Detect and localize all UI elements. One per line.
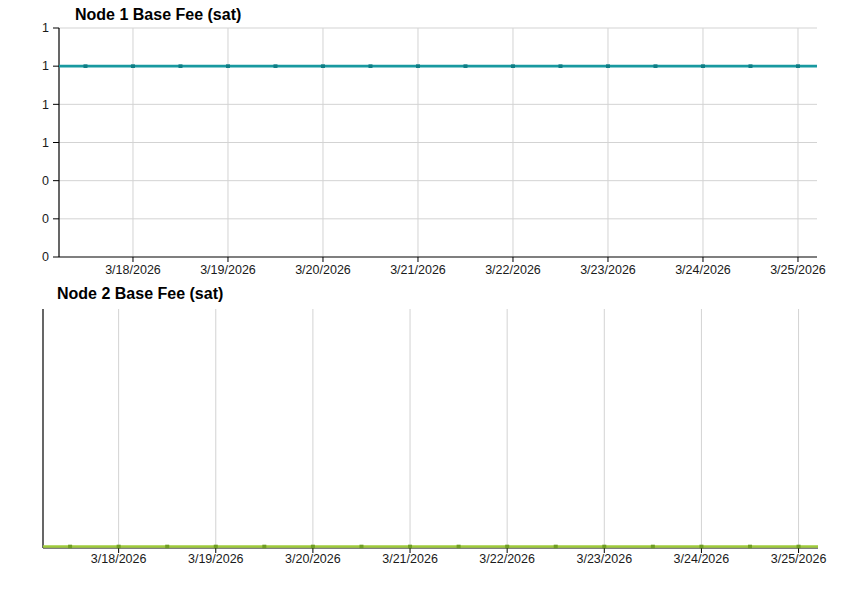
data-point-marker	[311, 545, 315, 549]
y-tick-label: 0	[42, 212, 49, 226]
data-point-marker	[416, 64, 420, 68]
data-point-marker	[178, 64, 182, 68]
x-tick-label: 3/21/2026	[382, 552, 438, 566]
data-point-marker	[83, 64, 87, 68]
data-point-marker	[262, 545, 266, 549]
data-point-marker	[554, 545, 558, 549]
data-point-marker	[505, 545, 509, 549]
x-tick-label: 3/22/2026	[479, 552, 535, 566]
data-point-marker	[359, 545, 363, 549]
y-tick-label: 1	[42, 98, 49, 112]
y-tick-label: 1	[42, 59, 49, 73]
data-point-marker	[131, 64, 135, 68]
data-point-marker	[701, 64, 705, 68]
data-point-marker	[457, 545, 461, 549]
data-point-marker	[602, 545, 606, 549]
data-point-marker	[651, 545, 655, 549]
x-tick-label: 3/23/2026	[576, 552, 632, 566]
x-tick-label: 3/18/2026	[91, 552, 147, 566]
x-tick-label: 3/23/2026	[580, 263, 636, 277]
data-point-marker	[368, 64, 372, 68]
data-point-marker	[226, 64, 230, 68]
node1-chart-title: Node 1 Base Fee (sat)	[75, 6, 241, 24]
y-tick-label: 0	[42, 174, 49, 188]
node2-chart-title: Node 2 Base Fee (sat)	[57, 285, 223, 303]
data-point-marker	[796, 64, 800, 68]
y-tick-label: 1	[42, 136, 49, 150]
y-tick-label: 0	[42, 250, 49, 264]
data-point-marker	[214, 545, 218, 549]
data-point-marker	[797, 545, 801, 549]
data-point-marker	[463, 64, 467, 68]
data-point-marker	[68, 545, 72, 549]
x-tick-label: 3/20/2026	[285, 552, 341, 566]
y-tick-label: 1	[42, 21, 49, 35]
data-point-marker	[165, 545, 169, 549]
x-tick-label: 3/24/2026	[674, 552, 730, 566]
x-tick-label: 3/19/2026	[200, 263, 256, 277]
data-point-marker	[748, 545, 752, 549]
data-point-marker	[558, 64, 562, 68]
data-point-marker	[321, 64, 325, 68]
x-tick-label: 3/20/2026	[295, 263, 351, 277]
data-point-marker	[408, 545, 412, 549]
x-tick-label: 3/21/2026	[390, 263, 446, 277]
x-tick-label: 3/19/2026	[188, 552, 244, 566]
chart-page: 3/18/20263/19/20263/20/20263/21/20263/22…	[0, 0, 860, 600]
x-tick-label: 3/25/2026	[770, 263, 826, 277]
data-point-marker	[699, 545, 703, 549]
data-point-marker	[748, 64, 752, 68]
data-point-marker	[653, 64, 657, 68]
x-tick-label: 3/18/2026	[105, 263, 161, 277]
x-tick-label: 3/24/2026	[675, 263, 731, 277]
data-point-marker	[273, 64, 277, 68]
x-tick-label: 3/22/2026	[485, 263, 541, 277]
data-point-marker	[117, 545, 121, 549]
data-point-marker	[606, 64, 610, 68]
x-tick-label: 3/25/2026	[771, 552, 827, 566]
data-point-marker	[511, 64, 515, 68]
